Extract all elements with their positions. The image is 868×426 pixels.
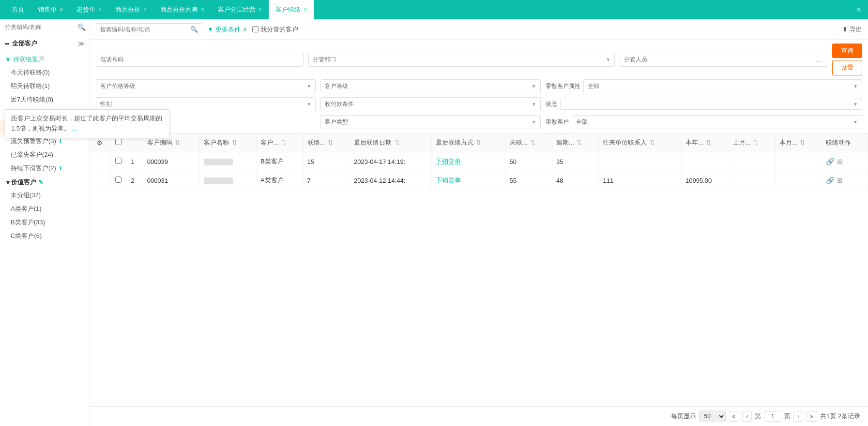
link-icon-2[interactable]: 🔗	[826, 176, 834, 184]
th-unit-contact[interactable]: 往来单位联系人 ⇅	[599, 133, 682, 152]
status-field[interactable]: ▼	[560, 99, 862, 110]
sidebar-group-pending[interactable]: ▼ 待联络客户	[0, 52, 90, 66]
filter-row-1: 电话号码 分管部门 ▼ 分管人员 … 查询 设置	[96, 44, 862, 75]
close-all-tabs[interactable]: ×	[856, 5, 861, 14]
nav-product-list[interactable]: 商品分析列表 ×	[153, 0, 211, 19]
row1-checkbox[interactable]	[115, 158, 122, 164]
td-name-2	[199, 171, 256, 190]
sort-name-icon: ⇅	[232, 139, 237, 146]
sort-method-icon: ⇅	[476, 139, 481, 146]
td-last-method-2[interactable]: 下销货单	[431, 171, 505, 190]
td-checkbox-2[interactable]	[109, 171, 127, 190]
td-contact-2: 7	[303, 171, 350, 190]
sidebar-item-b-class[interactable]: B类客户(33)	[0, 216, 90, 229]
price-level-field[interactable]: 客户价格等级 ▼	[96, 79, 316, 93]
th-type[interactable]: 客户... ⇅	[257, 133, 303, 152]
page-input[interactable]	[764, 411, 781, 422]
nav-customer-layer-close[interactable]: ×	[259, 6, 262, 13]
my-customer-check[interactable]	[252, 26, 259, 32]
search-input[interactable]	[100, 26, 190, 33]
td-lm-1	[729, 152, 775, 171]
next-page-btn[interactable]: ›	[793, 411, 803, 422]
manager-field[interactable]: 分管人员 …	[620, 53, 827, 67]
td-checkbox-1[interactable]	[109, 152, 127, 171]
td-overdue-2: 48	[552, 171, 598, 190]
dept-field[interactable]: 分管部门 ▼	[308, 53, 615, 67]
th-name[interactable]: 客户名称 ⇅	[199, 133, 256, 152]
blurred-name-1	[204, 159, 233, 165]
customer-level-field[interactable]: 客户等级 ▼	[320, 79, 540, 93]
nav-purchase-close[interactable]: ×	[98, 6, 102, 13]
more-conditions-btn[interactable]: ▼ 更多条件 ∧	[207, 25, 247, 34]
sidebar-item-ungroup[interactable]: 未分组(32)	[0, 189, 90, 202]
th-not-contacted[interactable]: 未联... ⇅	[505, 133, 552, 152]
info-icon-3[interactable]: ℹ	[60, 165, 61, 171]
customer-type-field[interactable]: 客户类型 ▼	[320, 115, 540, 129]
th-contact[interactable]: 联络... ⇅	[303, 133, 350, 152]
th-action: 联络动作	[822, 133, 868, 152]
th-last-date[interactable]: 最后联络日期 ⇅	[350, 133, 431, 152]
th-overdue[interactable]: 逾期... ⇅	[552, 133, 598, 152]
td-tm-1	[775, 152, 822, 171]
customer-table: ⚙ 客户编码 ⇅ 客户名称 ⇅	[90, 133, 868, 190]
sidebar-item-churned[interactable]: 已流失客户(24)	[0, 148, 90, 162]
nav-product-list-close[interactable]: ×	[201, 6, 204, 13]
edit-icon[interactable]: ✎	[38, 179, 43, 186]
filter-row-4: … 客户类型 ▼ 零散客户 全部 ▼	[96, 115, 862, 129]
prev-page-btn[interactable]: ‹	[742, 411, 752, 422]
td-last-date-1: 2023-04-17 14:19:	[350, 152, 431, 171]
select-all-checkbox[interactable]	[115, 139, 122, 145]
sidebar-item-a-class[interactable]: A类客户(1)	[0, 202, 90, 216]
grid-icon-1[interactable]: ⊞	[837, 158, 843, 165]
th-this-month[interactable]: 本月... ⇅	[775, 133, 822, 152]
my-customer-checkbox[interactable]: 我分管的客户	[252, 25, 298, 34]
sidebar-value-section[interactable]: ▼ 价值客户 ✎	[0, 175, 90, 189]
td-code-1: 000039	[143, 152, 199, 171]
sidebar-item-c-class[interactable]: C类客户(6)	[0, 229, 90, 243]
dept-arrow-icon: ▼	[606, 57, 611, 62]
retail-customer-field[interactable]: 全部 ▼	[572, 115, 862, 129]
nav-purchase[interactable]: 进货单 ×	[70, 0, 108, 19]
nav-sales[interactable]: 销售单 ×	[31, 0, 70, 19]
sidebar-item-declining[interactable]: 持续下滑客户(2) ℹ	[0, 162, 90, 175]
last-page-btn[interactable]: »	[806, 411, 817, 422]
query-button[interactable]: 查询	[832, 44, 862, 58]
sidebar-collapse-btn[interactable]: ≫	[78, 40, 85, 47]
nav-sales-close[interactable]: ×	[60, 6, 63, 13]
sidebar-item-today[interactable]: 今天待联络(0)	[0, 66, 90, 79]
td-settings-1	[90, 152, 109, 171]
retail-attr-field[interactable]: 全部 ▼	[583, 79, 862, 93]
tooltip-more[interactable]: ...	[72, 125, 77, 132]
nav-product-close[interactable]: ×	[143, 6, 147, 13]
sidebar-search-input[interactable]	[5, 24, 77, 30]
sidebar-search-bar[interactable]: 🔍	[0, 19, 90, 35]
table-row: 1 000039 B类客户 15 2023-04-17 14:19: 下销货单 …	[90, 152, 868, 171]
export-button[interactable]: ⬆ 导出	[842, 25, 862, 34]
td-type-1: B类客户	[257, 152, 303, 171]
th-this-year[interactable]: 本年... ⇅	[682, 133, 729, 152]
nav-customer-contact[interactable]: 客户联络 ×	[269, 0, 314, 19]
nav-customer-contact-close[interactable]: ×	[304, 6, 307, 13]
info-icon-2[interactable]: ℹ	[60, 138, 61, 144]
sort-tm-icon: ⇅	[800, 139, 805, 146]
search-box[interactable]: 🔍	[96, 23, 202, 35]
th-last-method[interactable]: 最后联络方式 ⇅	[431, 133, 505, 152]
nav-customer-layer[interactable]: 客户分层经营 ×	[211, 0, 269, 19]
first-page-btn[interactable]: «	[729, 411, 740, 422]
th-last-month[interactable]: 上月... ⇅	[729, 133, 775, 152]
nav-home[interactable]: 首页	[5, 0, 31, 19]
td-uc-2: 111	[599, 171, 682, 190]
per-page-select[interactable]: 50 100 200	[699, 411, 726, 422]
grid-icon-2[interactable]: ⊞	[837, 176, 843, 184]
settings-button[interactable]: 设置	[832, 60, 862, 75]
phone-field[interactable]: 电话号码	[96, 53, 304, 67]
search-icon: 🔍	[190, 26, 198, 33]
payment-field[interactable]: 收付款条件 ▼	[320, 97, 540, 111]
nav-product-analysis[interactable]: 商品分析 ×	[108, 0, 153, 19]
sidebar-item-tomorrow[interactable]: 明天待联络(1)	[0, 79, 90, 93]
td-last-method-1[interactable]: 下销货单	[431, 152, 505, 171]
sidebar-item-7days[interactable]: 近7天待联络(0)	[0, 93, 90, 106]
link-icon-1[interactable]: 🔗	[826, 158, 834, 165]
row2-checkbox[interactable]	[115, 176, 122, 183]
main-layout: 🔍 ▪▪ 全部客户 ≫ ▼ 待联络客户 今天待联络(0) 明天待联络(1) 近7…	[0, 19, 868, 426]
